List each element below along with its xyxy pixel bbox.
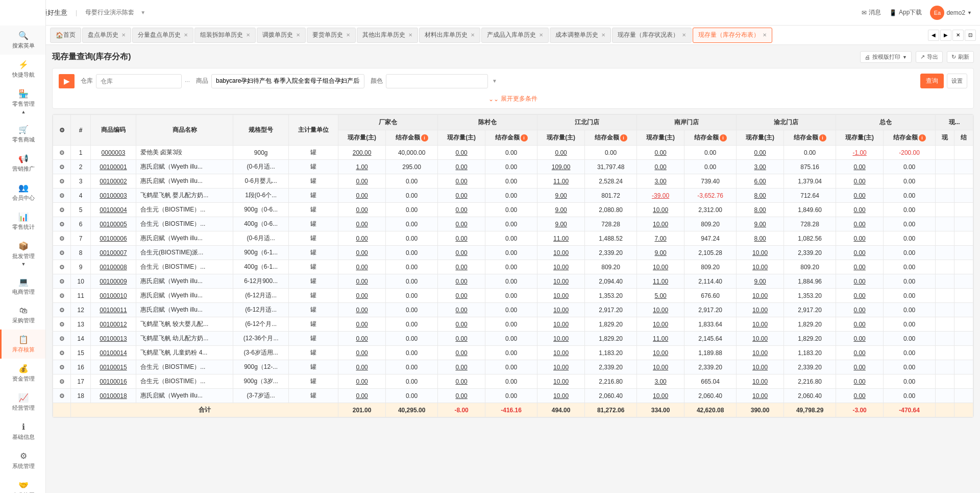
row-gear[interactable]: ⚙ [53,289,71,303]
tab-stock-dist[interactable]: 现存量（库存分布表） ✕ [693,28,772,43]
gear-icon[interactable]: ⚙ [59,149,65,156]
close-icon[interactable]: ✕ [682,32,686,38]
row-gear[interactable]: ⚙ [53,231,71,246]
nav-prev-btn[interactable]: ◀ [928,30,939,41]
sidebar-item-system[interactable]: ⚙ 系统管理 [0,446,45,475]
gear-icon[interactable]: ⚙ [59,335,65,342]
row-gear[interactable]: ⚙ [53,389,71,403]
gear-icon[interactable]: ⚙ [59,307,65,314]
info-icon[interactable]: i [521,134,528,142]
warehouse-input[interactable] [96,74,182,88]
row-gear[interactable]: ⚙ [53,374,71,389]
row-gear[interactable]: ⚙ [53,146,71,160]
gear-icon[interactable]: ⚙ [59,249,65,256]
col-settings-header[interactable]: ⚙ [53,115,71,146]
gear-icon[interactable]: ⚙ [59,364,65,371]
expand-toggle-btn[interactable]: ▶ [59,74,75,88]
gear-icon[interactable]: ⚙ [59,192,65,199]
message-btn[interactable]: ✉ 消息 [862,8,881,17]
close-icon[interactable]: ✕ [346,32,350,38]
dropdown-icon[interactable]: ▼ [140,10,145,15]
row-gear[interactable]: ⚙ [53,317,71,332]
print-btn[interactable]: 🖨 按模版打印 ▼ [860,51,912,63]
row-gear[interactable]: ⚙ [53,346,71,360]
gear-icon[interactable]: ⚙ [59,349,65,357]
row-gear[interactable]: ⚙ [53,217,71,231]
gear-icon[interactable]: ⚙ [59,278,65,285]
color-input[interactable] [386,74,488,88]
close-icon[interactable]: ✕ [763,32,767,38]
gear-icon[interactable]: ⚙ [59,378,65,385]
close-icon[interactable]: ✕ [539,32,543,38]
tab-transfer[interactable]: 调拨单历史 ✕ [257,28,306,43]
row-gear[interactable]: ⚙ [53,303,71,317]
tab-combo-teardown[interactable]: 组装拆卸单历史 ✕ [194,28,256,43]
dropdown-icon[interactable]: ▼ [492,78,497,84]
close-icon[interactable]: ✕ [296,32,300,38]
warehouse-dots[interactable]: ··· [185,78,190,85]
tab-inventory-list[interactable]: 盘点单历史 ✕ [82,28,131,43]
user-menu[interactable]: Ea demo2 ▼ [930,6,972,20]
close-icon[interactable]: ✕ [408,32,412,38]
row-gear[interactable]: ⚙ [53,360,71,374]
gear-icon[interactable]: ⚙ [59,292,65,299]
tab-sub-inventory[interactable]: 分量盘点单历史 ✕ [132,28,193,43]
tab-other-outbound[interactable]: 其他出库单历史 ✕ [357,28,418,43]
tab-cost-adjust[interactable]: 成本调整单历史 ✕ [550,28,611,43]
gear-icon[interactable]: ⚙ [59,127,65,134]
gear-icon[interactable]: ⚙ [59,264,65,271]
sidebar-item-ecommerce[interactable]: 💻 电商管理 [0,272,45,301]
sidebar-item-inventory[interactable]: 📋 库存核算 [0,330,45,359]
close-icon[interactable]: ✕ [184,32,188,38]
export-btn[interactable]: ↗ 导出 [916,51,943,63]
tab-requisition[interactable]: 要货单历史 ✕ [307,28,356,43]
info-icon[interactable]: i [421,134,428,142]
row-gear[interactable]: ⚙ [53,260,71,274]
sidebar-item-purchase[interactable]: 🛍 采购管理 [0,301,45,330]
sidebar-item-finance[interactable]: 💰 资金管理 [0,359,45,388]
sidebar-item-basic-info[interactable]: ℹ 基础信息 [0,417,45,446]
nav-close-btn[interactable]: ✕ [952,30,964,41]
close-icon[interactable]: ✕ [121,32,126,38]
close-icon[interactable]: ✕ [246,32,250,38]
sidebar-item-retail-stats[interactable]: 📊 零售统计 [0,207,45,236]
gear-icon[interactable]: ⚙ [59,321,65,328]
gear-icon[interactable]: ⚙ [59,392,65,400]
refresh-btn[interactable]: ↻ 刷新 [947,51,974,63]
tab-material-outbound[interactable]: 材料出库单历史 ✕ [419,28,480,43]
gear-icon[interactable]: ⚙ [59,235,65,242]
gear-icon[interactable]: ⚙ [59,178,65,185]
row-gear[interactable]: ⚙ [53,189,71,203]
product-input[interactable] [211,74,364,88]
settings-btn[interactable]: 设置 [947,74,967,88]
sidebar-item-search[interactable]: 🔍 搜索英单 [0,26,45,55]
query-btn[interactable]: 查询 [920,74,944,88]
close-icon[interactable]: ✕ [601,32,605,38]
info-icon[interactable]: i [919,134,926,142]
gear-icon[interactable]: ⚙ [59,221,65,228]
info-icon[interactable]: i [620,134,627,142]
gear-icon[interactable]: ⚙ [59,163,65,171]
sidebar-item-retail-shop[interactable]: 🛒 零售商城 [0,120,45,149]
sidebar-item-operations[interactable]: 📈 经营管理 [0,388,45,417]
row-gear[interactable]: ⚙ [53,332,71,346]
expand-btn[interactable]: ⌄⌄ 展开更多条件 [488,95,537,103]
info-icon[interactable]: i [819,134,826,142]
nav-next-btn[interactable]: ▶ [940,30,951,41]
app-download-btn[interactable]: 📱 App下载 [889,8,922,17]
row-gear[interactable]: ⚙ [53,274,71,289]
row-gear[interactable]: ⚙ [53,160,71,174]
sidebar-item-member[interactable]: 👥 会员中心 [0,178,45,207]
sidebar-item-retail-mgmt[interactable]: 🏪 零售管理 ▲ [0,84,45,120]
tab-stock-status[interactable]: 现存量（库存状况表） ✕ [612,28,692,43]
sidebar-item-enterprise[interactable]: 🤝 企业协同 [0,475,45,493]
nav-expand-btn[interactable]: ⊡ [965,30,976,41]
sidebar-item-quicknav[interactable]: ⚡ 快捷导航 [0,55,45,84]
close-icon[interactable]: ✕ [471,32,475,38]
info-icon[interactable]: i [720,134,727,142]
row-gear[interactable]: ⚙ [53,174,71,189]
row-gear[interactable]: ⚙ [53,246,71,260]
row-gear[interactable]: ⚙ [53,203,71,217]
sidebar-item-marketing[interactable]: 📢 营销推广 [0,149,45,178]
tab-product-inbound[interactable]: 产成品入库单历史 ✕ [481,28,549,43]
